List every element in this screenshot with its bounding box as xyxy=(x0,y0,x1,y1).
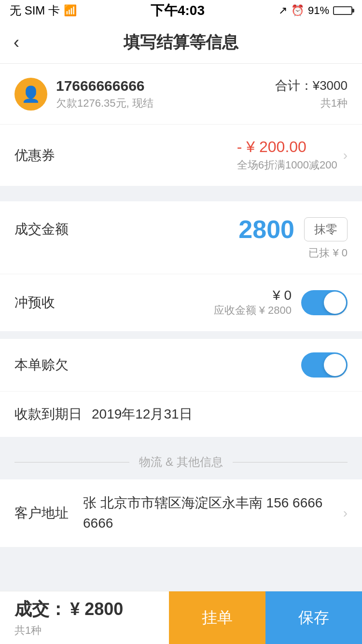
back-button[interactable]: ‹ xyxy=(14,32,19,53)
prepayment-label: 冲预收 xyxy=(14,294,55,312)
debit-label: 本单赊欠 xyxy=(14,356,69,374)
battery-percent: 91% xyxy=(308,4,329,17)
page-title: 填写结算等信息 xyxy=(124,31,238,54)
avatar: 👤 xyxy=(14,78,47,111)
bottom-count: 共1种 xyxy=(14,623,154,638)
coupon-sub: 全场6折满1000减200 xyxy=(237,158,337,172)
user-info: 17666666666 欠款1276.35元, 现结 xyxy=(56,78,153,111)
section-divider-1 xyxy=(0,194,362,201)
user-info-section: 👤 17666666666 欠款1276.35元, 现结 合计：¥3000 共1… xyxy=(0,64,362,186)
user-left: 👤 17666666666 欠款1276.35元, 现结 xyxy=(14,78,153,111)
prepayment-row: 冲预收 ¥ 0 应收金额 ¥ 2800 xyxy=(0,274,362,331)
transaction-section: 成交金额 2800 抹零 已抹 ¥ 0 xyxy=(0,201,362,274)
status-left: 无 SIM 卡 📶 xyxy=(10,3,77,18)
debit-section: 本单赊欠 xyxy=(0,339,362,391)
save-button[interactable]: 保存 xyxy=(265,591,362,644)
user-right: 合计：¥3000 共1种 xyxy=(275,77,348,111)
debit-toggle-knob xyxy=(324,354,346,376)
address-label: 客户地址 xyxy=(14,504,69,522)
prepayment-amount: ¥ 0 xyxy=(214,288,292,303)
coupon-value-group: - ¥ 200.00 全场6折满1000减200 xyxy=(237,138,337,172)
bottom-deal: 成交： ¥ 2800 xyxy=(14,598,154,621)
coupon-row[interactable]: 优惠券 - ¥ 200.00 全场6折满1000减200 › xyxy=(0,124,362,186)
date-value: 2019年12月31日 xyxy=(92,405,193,423)
prepayment-sub: 应收金额 ¥ 2800 xyxy=(214,303,292,318)
transaction-value: 2800 xyxy=(238,215,294,244)
address-chevron-icon: › xyxy=(343,505,348,521)
total-label: 合计：¥3000 xyxy=(275,77,348,94)
divider-line-right xyxy=(233,462,348,462)
bottom-deal-amount: ¥ 2800 xyxy=(70,599,123,619)
status-time: 下午4:03 xyxy=(151,1,205,20)
user-sub-text: 欠款1276.35元, 现结 xyxy=(56,96,153,111)
logistics-label: 物流 & 其他信息 xyxy=(139,454,223,470)
prepayment-value-group: ¥ 0 应收金额 ¥ 2800 xyxy=(214,288,292,318)
total-count: 共1种 xyxy=(275,96,348,111)
transaction-label: 成交金额 xyxy=(14,220,69,238)
bottom-summary: 成交： ¥ 2800 共1种 xyxy=(0,591,169,644)
prepayment-toggle[interactable] xyxy=(301,290,348,315)
coupon-value: - ¥ 200.00 xyxy=(237,138,337,156)
content: 👤 17666666666 欠款1276.35元, 现结 合计：¥3000 共1… xyxy=(0,64,362,644)
divider-line-left xyxy=(14,462,129,462)
round-button[interactable]: 抹零 xyxy=(304,217,348,241)
debit-toggle[interactable] xyxy=(301,352,348,378)
avatar-icon: 👤 xyxy=(21,85,41,103)
battery-icon xyxy=(333,6,352,15)
alarm-icon: ⏰ xyxy=(291,4,304,17)
section-divider-2 xyxy=(0,331,362,339)
status-right: ↗ ⏰ 91% xyxy=(278,4,352,17)
amount-right: 2800 抹零 xyxy=(238,215,348,244)
prepayment-right: ¥ 0 应收金额 ¥ 2800 xyxy=(214,288,348,318)
wifi-icon: 📶 xyxy=(64,4,77,17)
chevron-right-icon: › xyxy=(343,148,348,163)
nav-bar: ‹ 填写结算等信息 xyxy=(0,21,362,64)
logistics-divider: 物流 & 其他信息 xyxy=(0,445,362,479)
bottom-deal-prefix: 成交： xyxy=(14,599,67,619)
date-row: 收款到期日 2019年12月31日 xyxy=(14,405,348,423)
user-row: 👤 17666666666 欠款1276.35元, 现结 合计：¥3000 共1… xyxy=(0,64,362,124)
coupon-right: - ¥ 200.00 全场6折满1000减200 › xyxy=(237,138,348,172)
transaction-sub: 已抹 ¥ 0 xyxy=(14,246,348,260)
user-phone: 17666666666 xyxy=(56,78,153,94)
status-bar: 无 SIM 卡 📶 下午4:03 ↗ ⏰ 91% xyxy=(0,0,362,21)
address-value: 张 北京市市辖区海淀区永丰南 156 6666 6666 xyxy=(83,493,343,533)
date-label: 收款到期日 xyxy=(14,405,82,423)
address-section[interactable]: 客户地址 张 北京市市辖区海淀区永丰南 156 6666 6666 › xyxy=(0,479,362,547)
carrier-label: 无 SIM 卡 xyxy=(10,3,60,18)
hold-button[interactable]: 挂单 xyxy=(169,591,265,644)
coupon-label: 优惠券 xyxy=(14,146,55,165)
due-date-section: 收款到期日 2019年12月31日 xyxy=(0,391,362,437)
toggle-knob xyxy=(324,292,346,314)
bottom-bar: 成交： ¥ 2800 共1种 挂单 保存 xyxy=(0,591,362,644)
location-icon: ↗ xyxy=(278,4,287,17)
amount-row: 成交金额 2800 抹零 xyxy=(14,215,348,244)
